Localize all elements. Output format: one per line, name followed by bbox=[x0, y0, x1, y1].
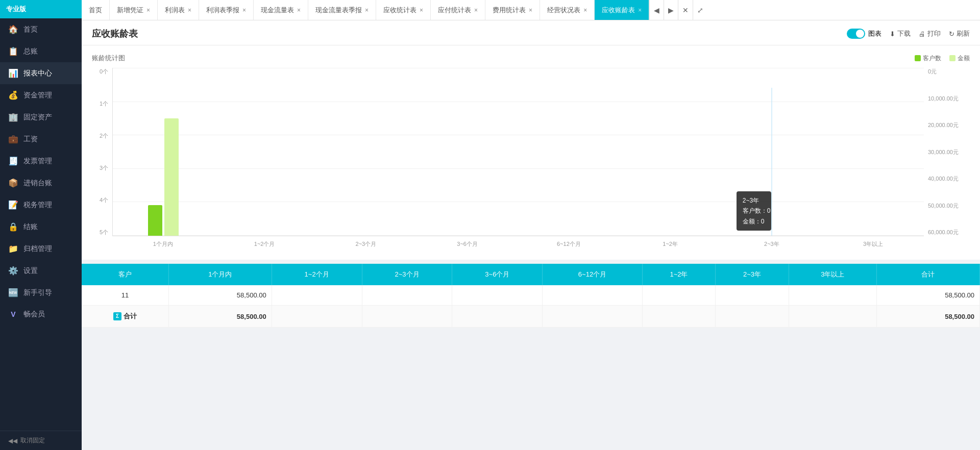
chart-container: 5个 4个 3个 2个 1个 0个 bbox=[92, 68, 970, 252]
sidebar-item-ledger[interactable]: 📋 总账 bbox=[0, 40, 82, 62]
col-header-m6-12: 6~12个月 bbox=[543, 264, 642, 285]
assets-icon: 🏢 bbox=[8, 112, 18, 122]
sidebar-item-label: 工资 bbox=[23, 135, 38, 144]
tab-cashflow[interactable]: 现金流量表 × bbox=[254, 0, 308, 20]
sidebar-item-label: 进销台账 bbox=[23, 179, 52, 188]
tab-close-all-button[interactable]: ✕ bbox=[678, 0, 693, 20]
tab-payable-stats-close[interactable]: × bbox=[474, 7, 478, 14]
col-header-m2-3: 2~3个月 bbox=[362, 264, 452, 285]
tab-ar-aging-label: 应收账龄表 bbox=[602, 6, 635, 15]
table-total-row: Σ 合计 58,500.00 58,500.00 bbox=[82, 306, 980, 328]
tooltip-customer: 客户数：0 bbox=[743, 206, 766, 216]
data-table: 客户 1个月内 1~2个月 2~3个月 3~6个月 6~12个月 1~2年 2~… bbox=[82, 264, 980, 328]
unpin-sidebar-button[interactable]: ◀◀ 取消固定 bbox=[0, 431, 82, 450]
x-label-5: 1~2年 bbox=[620, 240, 721, 248]
total-m6-12 bbox=[543, 306, 642, 328]
tab-voucher[interactable]: 新增凭证 × bbox=[110, 0, 158, 20]
print-icon: 🖨 bbox=[919, 30, 925, 38]
x-label-4: 6~12个月 bbox=[518, 240, 620, 248]
sidebar-item-assets[interactable]: 🏢 固定资产 bbox=[0, 106, 82, 128]
print-button[interactable]: 🖨 打印 bbox=[919, 29, 941, 38]
page-title: 应收账龄表 bbox=[92, 28, 138, 40]
sidebar-item-label: 设置 bbox=[23, 266, 38, 276]
sidebar-item-tax[interactable]: 📝 税务管理 bbox=[0, 194, 82, 216]
sidebar-item-report[interactable]: 📊 报表中心 bbox=[0, 62, 82, 84]
tab-voucher-close[interactable]: × bbox=[146, 7, 150, 14]
vip-icon: V bbox=[8, 310, 18, 318]
tab-profit-close[interactable]: × bbox=[188, 7, 191, 14]
tab-profit-quarterly-close[interactable]: × bbox=[242, 7, 246, 14]
col-header-total: 合计 bbox=[876, 264, 979, 285]
y-axis-right: 60,000.00元 50,000.00元 40,000.00元 30,000.… bbox=[924, 68, 970, 252]
cell-y1-2 bbox=[642, 285, 716, 306]
tab-next-button[interactable]: ▶ bbox=[664, 0, 678, 20]
sidebar-item-invoice[interactable]: 🧾 发票管理 bbox=[0, 150, 82, 172]
sidebar-item-funds[interactable]: 💰 资金管理 bbox=[0, 84, 82, 106]
toggle-bg[interactable] bbox=[847, 29, 865, 39]
tab-ar-aging[interactable]: 应收账龄表 × bbox=[595, 0, 649, 20]
cell-m1-2 bbox=[272, 285, 362, 306]
sidebar-item-home[interactable]: 🏠 首页 bbox=[0, 18, 82, 40]
col-header-customer: 客户 bbox=[82, 264, 168, 285]
tab-cashflow-quarterly-label: 现金流量表季报 bbox=[315, 6, 362, 15]
sidebar-item-label: 资金管理 bbox=[23, 91, 52, 100]
x-label-2: 2~3个月 bbox=[315, 240, 417, 248]
tab-payable-stats[interactable]: 应付统计表 × bbox=[431, 0, 485, 20]
y-axis-left: 5个 4个 3个 2个 1个 0个 bbox=[92, 68, 112, 252]
unpin-label: 取消固定 bbox=[20, 436, 45, 445]
close-accounts-icon: 🔒 bbox=[8, 222, 18, 232]
tab-business-status-label: 经营状况表 bbox=[547, 6, 580, 15]
bars-area: 2~3年 客户数：0 金额：0 bbox=[112, 68, 924, 236]
tab-ar-aging-close[interactable]: × bbox=[638, 7, 642, 14]
sidebar-item-close-accounts[interactable]: 🔒 结账 bbox=[0, 216, 82, 238]
x-label-1: 1~2个月 bbox=[214, 240, 315, 248]
refresh-label: 刷新 bbox=[957, 29, 970, 38]
col-header-m1: 1个月内 bbox=[168, 264, 272, 285]
tab-business-status[interactable]: 经营状况表 × bbox=[540, 0, 595, 20]
tab-expense-stats-label: 费用统计表 bbox=[493, 6, 526, 15]
chart-tooltip: 2~3年 客户数：0 金额：0 bbox=[737, 191, 772, 231]
col-header-m3-6: 3~6个月 bbox=[452, 264, 543, 285]
tab-business-status-close[interactable]: × bbox=[583, 7, 587, 14]
tab-prev-button[interactable]: ◀ bbox=[649, 0, 664, 20]
sidebar-item-sales[interactable]: 📦 进销台账 bbox=[0, 172, 82, 194]
sidebar-item-salary[interactable]: 💼 工资 bbox=[0, 128, 82, 150]
tab-receivable-stats[interactable]: 应收统计表 × bbox=[376, 0, 431, 20]
download-button[interactable]: ⬇ 下载 bbox=[890, 29, 911, 38]
chart-title: 账龄统计图 bbox=[92, 54, 125, 63]
legend-customer-label: 客户数 bbox=[923, 54, 941, 63]
tab-home[interactable]: 首页 bbox=[82, 0, 110, 20]
x-label-6: 2~3年 bbox=[721, 240, 823, 248]
ledger-icon: 📋 bbox=[8, 46, 18, 56]
cell-m3-6 bbox=[452, 285, 543, 306]
invoice-icon: 🧾 bbox=[8, 156, 18, 166]
tab-cashflow-close[interactable]: × bbox=[297, 7, 301, 14]
sidebar-logo: 专业版 bbox=[0, 0, 82, 18]
x-label-0: 1个月内 bbox=[112, 240, 214, 248]
tab-profit-quarterly-label: 利润表季报 bbox=[206, 6, 239, 15]
sidebar-item-vip[interactable]: V 畅会员 bbox=[0, 304, 82, 325]
table-section: 客户 1个月内 1~2个月 2~3个月 3~6个月 6~12个月 1~2年 2~… bbox=[82, 264, 980, 328]
tab-expense-stats[interactable]: 费用统计表 × bbox=[485, 0, 540, 20]
total-total: 58,500.00 bbox=[876, 306, 979, 328]
table-row: 11 58,500.00 58,500.00 bbox=[82, 285, 980, 306]
tab-profit-quarterly[interactable]: 利润表季报 × bbox=[199, 0, 254, 20]
chart-legend: 客户数 金额 bbox=[915, 54, 970, 63]
refresh-button[interactable]: ↻ 刷新 bbox=[949, 29, 970, 38]
tab-receivable-stats-close[interactable]: × bbox=[420, 7, 423, 14]
tab-cashflow-quarterly[interactable]: 现金流量表季报 × bbox=[308, 0, 376, 20]
sidebar-item-label: 新手引导 bbox=[23, 288, 52, 297]
sidebar-item-guide[interactable]: 🆕 新手引导 bbox=[0, 282, 82, 304]
tab-expense-stats-close[interactable]: × bbox=[529, 7, 532, 14]
tab-cashflow-quarterly-close[interactable]: × bbox=[365, 7, 369, 14]
sales-icon: 📦 bbox=[8, 178, 18, 188]
bar-group-0[interactable] bbox=[113, 118, 214, 236]
tab-maximize-button[interactable]: ⤢ bbox=[693, 0, 707, 20]
sidebar-item-archive[interactable]: 📁 归档管理 bbox=[0, 238, 82, 260]
total-m3-6 bbox=[452, 306, 543, 328]
col-header-y1-2: 1~2年 bbox=[642, 264, 716, 285]
chart-toggle[interactable]: 图表 bbox=[847, 29, 881, 39]
tab-profit[interactable]: 利润表 × bbox=[158, 0, 199, 20]
legend-amount-dot bbox=[949, 55, 955, 61]
sidebar-item-settings[interactable]: ⚙️ 设置 bbox=[0, 260, 82, 282]
